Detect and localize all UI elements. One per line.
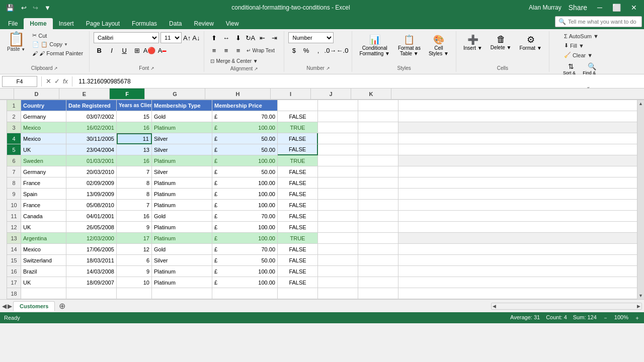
cell-E3[interactable]: 16/02/2001 [66,122,117,133]
row-header-15[interactable]: 15 [7,255,21,266]
row-header-18[interactable]: 18 [7,288,21,299]
sheet-tab-customers[interactable]: Customers [13,301,55,311]
close-button[interactable]: ✕ [628,3,640,13]
row-header-14[interactable]: 14 [7,244,21,255]
cell-F1[interactable]: Years as Client [117,100,152,111]
align-right-button[interactable]: ≡ [232,45,244,56]
cell-J14[interactable] [318,244,358,255]
cell-F15[interactable]: 6 [117,255,152,266]
indent-increase-button[interactable]: ⇥ [269,32,280,43]
increase-font-button[interactable]: A↑ [183,34,191,42]
font-size-select[interactable]: 11 [160,32,182,43]
col-header-D[interactable]: D [14,88,59,100]
tab-page-layout[interactable]: Page Layout [80,18,126,29]
cell-E5[interactable]: 23/04/2004 [66,144,117,155]
accounting-format-button[interactable]: $ [288,45,299,56]
cell-H1[interactable]: Membership Price [212,100,278,111]
fill-color-button[interactable]: A🔴 [144,45,155,56]
cell-H5[interactable]: £50.00 [212,144,278,155]
scroll-sheet-right-button[interactable]: ▶ [8,303,12,310]
cell-F4[interactable]: 11 [117,133,152,144]
cell-E17[interactable]: 18/09/2007 [66,277,117,288]
increase-decimal-button[interactable]: .0→ [325,45,336,56]
cell-D14[interactable]: Mexico [21,244,66,255]
cell-E18[interactable] [66,288,117,299]
cell-I9[interactable]: FALSE [278,189,318,200]
col-header-J[interactable]: J [311,88,351,100]
cell-I12[interactable]: FALSE [278,222,318,233]
cell-G15[interactable]: Silver [152,255,212,266]
format-painter-button[interactable]: 🖌 🖌 Format Painter [30,49,85,57]
cell-D7[interactable]: Germany [21,166,66,177]
tell-me-input[interactable] [568,19,638,25]
cell-G14[interactable]: Gold [152,244,212,255]
zoom-in-button[interactable]: ＋ [634,314,640,322]
cell-H18[interactable] [212,288,278,299]
cell-J2[interactable] [318,111,358,122]
cell-J17[interactable] [318,277,358,288]
cell-K6[interactable] [358,155,398,166]
col-header-G[interactable]: G [145,88,205,100]
cell-E7[interactable]: 20/03/2010 [66,166,117,177]
cell-J13[interactable] [318,233,358,244]
clear-button[interactable]: 🧹 Clear ▼ [562,51,602,59]
share-button[interactable]: Share [566,3,590,13]
cell-E9[interactable]: 13/09/2009 [66,189,117,200]
cell-H16[interactable]: £100.00 [212,266,278,277]
cell-G2[interactable]: Gold [152,111,212,122]
col-header-K[interactable]: K [351,88,391,100]
save-icon[interactable]: 💾 [4,3,16,13]
decrease-decimal-button[interactable]: ←.0 [337,45,348,56]
cell-F10[interactable]: 7 [117,200,152,211]
row-header-4[interactable]: 4 [7,133,21,144]
row-header-11[interactable]: 11 [7,211,21,222]
cell-J18[interactable] [318,288,358,299]
cell-F12[interactable]: 9 [117,222,152,233]
cell-K1[interactable] [358,100,398,111]
cell-F2[interactable]: 15 [117,111,152,122]
cell-K13[interactable] [358,233,398,244]
font-color-button[interactable]: A▬ [156,45,168,56]
cell-E13[interactable]: 12/03/2000 [66,233,117,244]
cell-G5[interactable]: Silver [152,144,212,155]
cell-J8[interactable] [318,177,358,189]
cell-D2[interactable]: Germany [21,111,66,122]
paste-button[interactable]: 📋 Paste ▼ [4,31,28,53]
align-left-button[interactable]: ≡ [208,45,219,56]
cell-K9[interactable] [358,189,398,200]
row-header-1[interactable]: 1 [7,100,21,111]
cell-G8[interactable]: Platinum [152,177,212,189]
cell-E12[interactable]: 26/05/2008 [66,222,117,233]
redo-button[interactable]: ↪ [31,3,40,13]
cell-K14[interactable] [358,244,398,255]
cell-F16[interactable]: 9 [117,266,152,277]
cell-H2[interactable]: £70.00 [212,111,278,122]
cell-G3[interactable]: Platinum [152,122,212,133]
cell-F5[interactable]: 13 [117,144,152,155]
cell-D8[interactable]: France [21,177,66,189]
cell-H9[interactable]: £100.00 [212,189,278,200]
row-header-13[interactable]: 13 [7,233,21,244]
cell-H17[interactable]: £100.00 [212,277,278,288]
cell-H14[interactable]: £70.00 [212,244,278,255]
cell-J5[interactable] [318,144,358,155]
cell-D13[interactable]: Argentina [21,233,66,244]
cell-G4[interactable]: Silver [152,133,212,144]
cell-I11[interactable]: FALSE [278,211,318,222]
format-cells-button[interactable]: ⚙ Format ▼ [516,32,544,53]
cell-F13[interactable]: 17 [117,233,152,244]
cell-D17[interactable]: UK [21,277,66,288]
cell-G18[interactable] [152,288,212,299]
tab-review[interactable]: Review [188,18,219,29]
row-header-17[interactable]: 17 [7,277,21,288]
cell-D3[interactable]: Mexico [21,122,66,133]
fill-button[interactable]: ⬇ Fill ▼ [562,41,602,50]
col-header-I[interactable]: I [271,88,311,100]
cell-I4[interactable]: FALSE [278,133,318,144]
cell-J3[interactable] [318,122,358,133]
row-header-10[interactable]: 10 [7,200,21,211]
col-header-E[interactable]: E [59,88,110,100]
font-name-select[interactable]: Calibri [94,32,159,43]
cell-I1[interactable] [278,100,318,111]
cell-H8[interactable]: £100.00 [212,177,278,189]
